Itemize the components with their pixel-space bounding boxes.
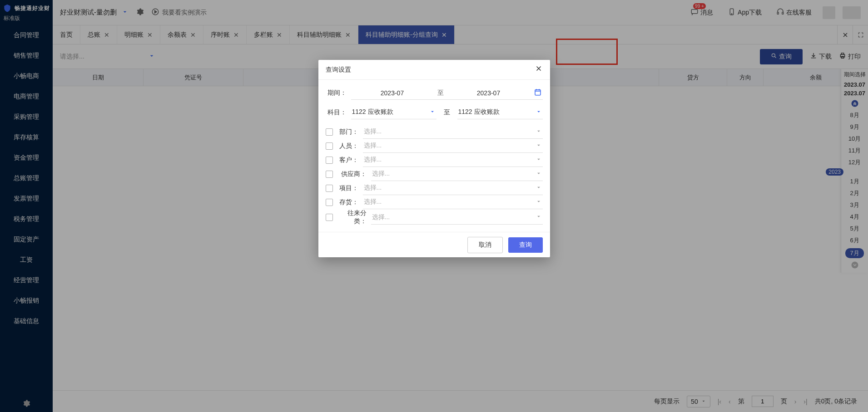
filter-label-1: 人员： (337, 142, 358, 150)
filter-label-4: 项目： (337, 184, 358, 192)
cancel-button[interactable]: 取消 (467, 237, 503, 253)
chevron-down-icon (429, 108, 436, 116)
filter-select-0[interactable]: 选择... (363, 125, 543, 139)
filter-select-5[interactable]: 选择... (363, 195, 543, 209)
chevron-down-icon (536, 170, 542, 178)
period-to[interactable]: 2023-07 (448, 89, 529, 97)
chevron-down-icon (536, 142, 542, 150)
filter-placeholder-0: 选择... (364, 128, 382, 136)
filter-placeholder-1: 选择... (364, 142, 382, 150)
filter-checkbox-5[interactable] (326, 199, 333, 206)
filter-placeholder-2: 选择... (364, 156, 382, 164)
filter-checkbox-6[interactable] (326, 214, 333, 221)
filter-placeholder-3: 选择... (372, 170, 390, 178)
chevron-down-icon (536, 213, 542, 221)
filter-checkbox-4[interactable] (326, 185, 333, 192)
chevron-down-icon (536, 108, 542, 116)
subject-to-select[interactable]: 1122 应收账款 (457, 105, 543, 119)
filter-select-6[interactable]: 选择... (371, 211, 543, 225)
ok-button[interactable]: 查询 (508, 237, 543, 253)
period-to-label: 至 (437, 89, 444, 97)
subject-to-label: 至 (444, 108, 450, 117)
modal-title: 查询设置 (326, 66, 351, 74)
svg-rect-12 (535, 90, 541, 95)
chevron-down-icon (536, 128, 542, 136)
filter-select-3[interactable]: 选择... (371, 167, 543, 181)
filter-label-5: 存货： (337, 198, 358, 206)
subject-label: 科目： (326, 108, 347, 117)
modal-overlay: 查询设置 期间： 2023-07 至 2023-07 科目： 1122 应收账款 (0, 0, 868, 412)
filter-checkbox-0[interactable] (326, 128, 333, 136)
filter-label-6: 往来分类： (337, 209, 367, 226)
filter-label-2: 客户： (337, 156, 358, 164)
filter-select-2[interactable]: 选择... (363, 153, 543, 167)
filter-checkbox-1[interactable] (326, 142, 333, 150)
modal-close-button[interactable] (535, 64, 543, 75)
period-label: 期间： (326, 89, 347, 97)
subject-from-select[interactable]: 1122 应收账款 (351, 105, 436, 119)
calendar-icon[interactable] (534, 88, 542, 98)
chevron-down-icon (536, 156, 542, 164)
filter-placeholder-6: 选择... (372, 213, 390, 221)
subject-to-value: 1122 应收账款 (458, 108, 500, 116)
query-settings-modal: 查询设置 期间： 2023-07 至 2023-07 科目： 1122 应收账款 (318, 60, 550, 257)
filter-select-1[interactable]: 选择... (363, 139, 543, 153)
chevron-down-icon (536, 198, 542, 206)
filter-label-0: 部门： (337, 128, 358, 136)
filter-label-3: 供应商： (337, 170, 367, 178)
filter-placeholder-4: 选择... (364, 184, 382, 192)
filter-placeholder-5: 选择... (364, 198, 382, 206)
filter-checkbox-2[interactable] (326, 157, 333, 164)
filter-select-4[interactable]: 选择... (363, 181, 543, 195)
period-from[interactable]: 2023-07 (352, 89, 433, 97)
chevron-down-icon (536, 184, 542, 192)
filter-checkbox-3[interactable] (326, 171, 333, 178)
subject-from-value: 1122 应收账款 (352, 108, 393, 116)
